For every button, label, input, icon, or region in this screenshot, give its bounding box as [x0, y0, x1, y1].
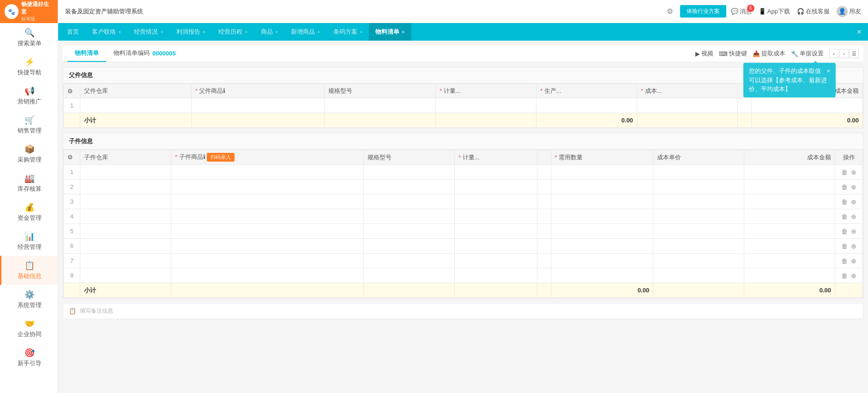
child-cost-amount-cell[interactable]	[744, 239, 835, 254]
child-cost-amount-cell[interactable]	[744, 180, 835, 194]
child-cost-amount-cell[interactable]	[744, 254, 835, 268]
child-goods-cell[interactable]	[171, 239, 363, 254]
child-spec-cell[interactable]	[364, 224, 455, 239]
child-qty-cell[interactable]	[551, 194, 653, 209]
nav-tab-profit[interactable]: 利润报告 ×	[170, 23, 212, 41]
parent-goods-cell[interactable]	[191, 98, 324, 113]
delete-icon[interactable]: 🗑	[841, 272, 848, 279]
nav-tab-goods[interactable]: 商品 ×	[254, 23, 284, 41]
sidebar-item-sales[interactable]: 🛒销售管理	[0, 110, 58, 139]
child-unit-cost-cell[interactable]	[653, 209, 744, 224]
copy-icon[interactable]: ⊕	[851, 272, 856, 279]
child-unit-cost-cell[interactable]	[653, 239, 744, 254]
message-btn[interactable]: 💬 消息 6	[731, 7, 752, 16]
child-qty-cell[interactable]	[551, 254, 653, 268]
child-cost-amount-cell[interactable]	[744, 165, 835, 180]
child-warehouse-cell[interactable]	[80, 165, 171, 180]
copy-icon[interactable]: ⊕	[851, 228, 856, 235]
sidebar-item-marketing[interactable]: 📢营销推广	[0, 81, 58, 110]
child-unit-cost-cell[interactable]	[653, 268, 744, 283]
child-goods-cell[interactable]	[171, 224, 363, 239]
child-unit-cell[interactable]	[455, 239, 537, 254]
copy-icon[interactable]: ⊕	[851, 198, 856, 206]
child-unit-cell[interactable]	[455, 194, 537, 209]
child-spec-cell[interactable]	[364, 180, 455, 194]
copy-icon[interactable]: ⊕	[851, 183, 856, 191]
child-qty-cell[interactable]	[551, 224, 653, 239]
child-unit-cell[interactable]	[455, 254, 537, 268]
sub-tab-bom-code[interactable]: 物料清单编码 0000005	[106, 45, 183, 62]
child-spec-cell[interactable]	[364, 194, 455, 209]
child-goods-cell[interactable]	[171, 180, 363, 194]
child-goods-cell[interactable]	[171, 165, 363, 180]
menu-arrow[interactable]: ☰	[850, 49, 859, 58]
sidebar-item-basic[interactable]: 📋基础信息	[0, 256, 58, 285]
delete-icon[interactable]: 🗑	[841, 228, 848, 235]
delete-icon[interactable]: 🗑	[841, 183, 848, 191]
scan-btn[interactable]: 扫码录入	[207, 153, 235, 162]
nav-tab-history[interactable]: 经营历程 ×	[212, 23, 254, 41]
child-unit-cost-cell[interactable]	[653, 254, 744, 268]
copy-icon[interactable]: ⊕	[851, 169, 856, 176]
copy-icon[interactable]: ⊕	[851, 242, 856, 250]
app-download-btn[interactable]: 📱 App下载	[759, 7, 790, 16]
delete-icon[interactable]: 🗑	[841, 198, 848, 206]
child-warehouse-cell[interactable]	[80, 180, 171, 194]
nav-tab-close-new_goods[interactable]: ×	[317, 29, 320, 35]
parent-col-config[interactable]: ⚙	[64, 84, 80, 98]
child-warehouse-cell[interactable]	[80, 254, 171, 268]
child-spec-cell[interactable]	[364, 268, 455, 283]
online-service-btn[interactable]: 🎧 在线客服	[797, 7, 830, 16]
child-goods-cell[interactable]	[171, 194, 363, 209]
nav-tab-bom[interactable]: 物料清单 ×	[369, 23, 411, 41]
delete-icon[interactable]: 🗑	[841, 213, 848, 220]
child-warehouse-cell[interactable]	[80, 268, 171, 283]
sidebar-item-operation[interactable]: 📊经营管理	[0, 227, 58, 256]
child-unit-cell[interactable]	[455, 180, 537, 194]
parent-cost-cell[interactable]	[637, 98, 738, 113]
shortcut-btn[interactable]: ⌨ 快捷键	[719, 49, 747, 58]
nav-tab-close-profit[interactable]: ×	[203, 29, 205, 35]
child-unit-cost-cell[interactable]	[653, 165, 744, 180]
sidebar-item-guide[interactable]: 🎯新手引导	[0, 343, 58, 372]
child-warehouse-cell[interactable]	[80, 239, 171, 254]
single-setting-btn[interactable]: 🔧 单据设置	[791, 49, 824, 58]
settings-icon[interactable]: ⚙	[667, 7, 673, 16]
copy-icon[interactable]: ⊕	[851, 213, 856, 220]
child-cost-amount-cell[interactable]	[744, 268, 835, 283]
child-unit-cell[interactable]	[455, 268, 537, 283]
sidebar-item-inventory[interactable]: 🏭库存核算	[0, 169, 58, 198]
sidebar-item-system[interactable]: ⚙️系统管理	[0, 285, 58, 314]
child-spec-cell[interactable]	[364, 165, 455, 180]
delete-icon[interactable]: 🗑	[841, 169, 848, 176]
copy-icon[interactable]: ⊕	[851, 257, 856, 265]
sub-tab-bom-list[interactable]: 物料清单	[67, 45, 106, 62]
nav-tab-barcode[interactable]: 条码方案 ×	[327, 23, 369, 41]
sidebar-item-search[interactable]: 🔍搜索菜单	[0, 23, 58, 52]
sidebar-item-quicknav[interactable]: ⚡快捷导航	[0, 52, 58, 81]
next-arrow[interactable]: ›	[839, 49, 849, 58]
sidebar-item-cooperation[interactable]: 🤝企业协同	[0, 314, 58, 343]
nav-tab-close-barcode[interactable]: ×	[360, 29, 362, 35]
nav-tab-close-customer[interactable]: ×	[118, 29, 121, 35]
nav-tab-customer[interactable]: 客户联络 ×	[85, 23, 127, 41]
parent-unit-cell[interactable]	[435, 98, 536, 113]
nav-tab-operation_status[interactable]: 经营情况 ×	[127, 23, 169, 41]
parent-spec-cell[interactable]	[325, 98, 436, 113]
nav-tab-close-bom[interactable]: ×	[402, 29, 404, 35]
view-btn[interactable]: ▶ 视频	[695, 49, 713, 58]
prev-arrow[interactable]: ‹	[829, 49, 838, 58]
close-all-tabs-btn[interactable]: ✕	[853, 28, 866, 36]
child-unit-cell[interactable]	[455, 209, 537, 224]
child-cost-amount-cell[interactable]	[744, 194, 835, 209]
child-warehouse-cell[interactable]	[80, 209, 171, 224]
child-cost-amount-cell[interactable]	[744, 224, 835, 239]
child-spec-cell[interactable]	[364, 239, 455, 254]
nav-tab-close-operation_status[interactable]: ×	[160, 29, 163, 35]
child-qty-cell[interactable]	[551, 180, 653, 194]
tooltip-close-btn[interactable]: ×	[826, 67, 830, 76]
experience-btn[interactable]: 体验行业方案	[680, 5, 726, 18]
child-qty-cell[interactable]	[551, 165, 653, 180]
delete-icon[interactable]: 🗑	[841, 257, 848, 265]
child-goods-cell[interactable]	[171, 209, 363, 224]
